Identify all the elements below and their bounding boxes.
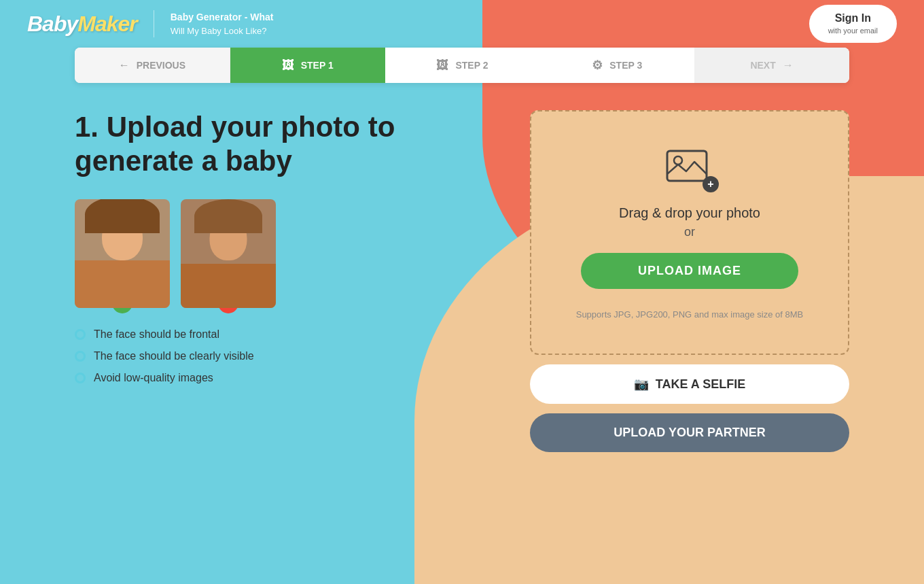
sign-in-label: Sign In — [828, 12, 878, 26]
good-photo — [75, 199, 170, 308]
svg-point-1 — [674, 156, 682, 165]
tip-item-3: Avoid low-quality images — [75, 372, 503, 384]
good-photo-container: ✓ — [75, 199, 170, 308]
logo: BabyMaker — [27, 12, 137, 37]
tip-dot-3 — [75, 373, 86, 383]
next-button[interactable]: NEXT → — [694, 48, 849, 83]
arrow-right-icon: → — [783, 59, 794, 71]
main-title-line1: 1. Upload your photo to — [75, 111, 395, 143]
upload-image-button[interactable]: UPLOAD IMAGE — [581, 253, 798, 289]
selfie-label: TAKE A SELFIE — [656, 377, 745, 392]
or-text: or — [684, 225, 695, 239]
good-photo-body — [75, 260, 170, 308]
bad-photo — [181, 199, 276, 308]
upload-partner-button[interactable]: UPLOAD YOUR PARTNER — [530, 413, 849, 452]
bad-photo-container: ✕ — [181, 199, 276, 308]
main-title: 1. Upload your photo to generate a baby — [75, 110, 503, 179]
tip-dot-2 — [75, 351, 86, 362]
drag-drop-text: Drag & drop your photo — [619, 205, 760, 221]
tip-item-1: The face should be frontal — [75, 328, 503, 341]
header-divider — [154, 10, 154, 37]
step1-item[interactable]: 🖼 STEP 1 — [230, 48, 385, 83]
tip-dot-1 — [75, 329, 86, 340]
step3-label: STEP 3 — [609, 60, 642, 71]
tip-item-2: The face should be clearly visible — [75, 350, 503, 362]
arrow-left-icon: ← — [119, 59, 130, 71]
take-selfie-button[interactable]: 📷 TAKE A SELFIE — [530, 364, 849, 404]
upload-icon-wrapper: + — [666, 145, 713, 189]
partner-label: UPLOAD YOUR PARTNER — [614, 426, 765, 440]
header-subtitle-line1: Baby Generator - What — [171, 10, 274, 24]
main-title-line2: generate a baby — [75, 145, 292, 177]
tip-text-3: Avoid low-quality images — [94, 372, 213, 384]
step2-item[interactable]: 🖼 STEP 2 — [385, 48, 540, 83]
sign-in-sub: with your email — [828, 26, 878, 35]
supports-text: Supports JPG, JPG200, PNG and max image … — [576, 309, 804, 320]
photo-examples: ✓ ✕ — [75, 199, 503, 308]
upload-zone[interactable]: + Drag & drop your photo or UPLOAD IMAGE… — [530, 110, 849, 355]
previous-button[interactable]: ← PREVIOUS — [75, 48, 230, 83]
header-subtitle: Baby Generator - What Will My Baby Look … — [171, 10, 274, 38]
gear-icon: ⚙ — [592, 58, 603, 73]
camera-icon: 📷 — [634, 377, 649, 392]
tip-text-1: The face should be frontal — [94, 328, 219, 341]
step1-label: STEP 1 — [301, 60, 334, 71]
header-subtitle-line2: Will My Baby Look Like? — [171, 24, 274, 38]
step3-item[interactable]: ⚙ STEP 3 — [539, 48, 694, 83]
bad-photo-body — [181, 264, 276, 308]
step2-label: STEP 2 — [455, 60, 488, 71]
next-label: NEXT — [750, 60, 775, 71]
tip-text-2: The face should be clearly visible — [94, 350, 254, 362]
image-icon: 🖼 — [282, 58, 294, 73]
tips-list: The face should be frontal The face shou… — [75, 328, 503, 384]
steps-navigation: ← PREVIOUS 🖼 STEP 1 🖼 STEP 2 ⚙ STEP 3 NE… — [75, 48, 849, 83]
svg-rect-0 — [667, 151, 707, 181]
plus-icon: + — [703, 176, 719, 192]
previous-label: PREVIOUS — [137, 60, 185, 71]
header: BabyMaker Baby Generator - What Will My … — [0, 0, 924, 48]
photo-icon: 🖼 — [436, 58, 448, 73]
sign-in-button[interactable]: Sign In with your email — [809, 5, 897, 42]
right-section: + Drag & drop your photo or UPLOAD IMAGE… — [530, 110, 849, 452]
left-panel: 1. Upload your photo to generate a baby … — [75, 110, 503, 384]
main-content: 1. Upload your photo to generate a baby … — [0, 83, 924, 452]
